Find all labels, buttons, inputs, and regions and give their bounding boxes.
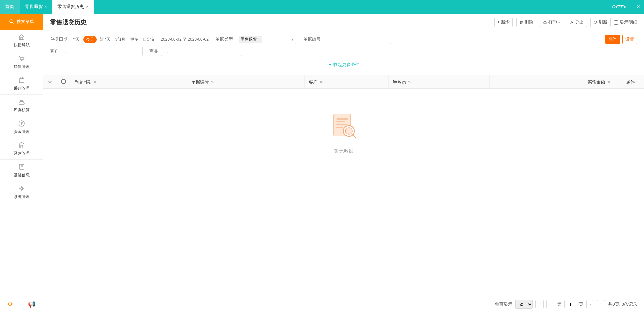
query-settings-group: 查询 设置 bbox=[605, 35, 637, 44]
page-input-prefix: 第 bbox=[557, 301, 562, 307]
empty-state: 暂无数据 bbox=[43, 89, 644, 175]
tab-home-label: 首页 bbox=[5, 4, 14, 10]
customer-select[interactable]: … bbox=[62, 47, 143, 56]
tab-home[interactable]: 首页 bbox=[0, 0, 20, 14]
goods-label: 商品 bbox=[149, 48, 158, 54]
close-retail-return-history-tab[interactable]: × bbox=[86, 5, 88, 9]
sort-doc-num-icon[interactable]: ⇅ bbox=[211, 80, 214, 84]
svg-rect-21 bbox=[336, 124, 347, 125]
doc-num-input[interactable] bbox=[324, 35, 391, 44]
select-all-checkbox[interactable] bbox=[61, 79, 66, 84]
customer-placeholder: … bbox=[65, 49, 69, 54]
doc-type-select[interactable]: 零售退货 × ▾ bbox=[236, 35, 296, 44]
speaker-icon[interactable]: 📢 bbox=[28, 300, 35, 308]
date-range-display: 2023-06-02 至 2023-06-02 bbox=[161, 37, 208, 42]
refresh-button[interactable]: 刷新 bbox=[590, 18, 611, 27]
data-table: 单据日期 ⇅ 单据编号 ⇅ 客户 ⇅ bbox=[43, 75, 644, 89]
sidebar-item-operations[interactable]: 经营管理 bbox=[0, 138, 43, 160]
svg-point-3 bbox=[21, 60, 21, 61]
display-detail-toggle[interactable]: 显示明细 bbox=[614, 19, 637, 25]
date-7days[interactable]: 近7天 bbox=[99, 36, 112, 43]
content-area: 零售退货历史 + 新增 删除 打印 ▾ 导出 bbox=[43, 14, 644, 312]
first-page-button[interactable]: « bbox=[535, 300, 544, 308]
main-layout: 搜索菜单 快捷导航 销售管理 采购管理 库存核算 bbox=[0, 14, 644, 312]
svg-line-1 bbox=[13, 22, 14, 24]
date-1month[interactable]: 近1月 bbox=[114, 36, 127, 43]
window-close-button[interactable]: × bbox=[632, 3, 644, 10]
th-doc-date: 单据日期 ⇅ bbox=[70, 75, 187, 89]
th-customer: 客户 ⇅ bbox=[305, 75, 389, 89]
search-icon bbox=[9, 19, 15, 24]
purchase-icon bbox=[18, 76, 26, 84]
sidebar-item-quick-nav-label: 快捷导航 bbox=[14, 42, 30, 48]
export-button[interactable]: 导出 bbox=[567, 18, 587, 27]
sidebar-item-finance[interactable]: 资金管理 bbox=[0, 116, 43, 138]
sort-amount-icon[interactable]: ⇅ bbox=[607, 80, 610, 84]
query-button[interactable]: 查询 bbox=[605, 35, 620, 44]
settings-icon[interactable]: ⚙ bbox=[7, 300, 13, 308]
delete-icon bbox=[519, 20, 523, 24]
date-yesterday[interactable]: 昨天 bbox=[70, 36, 81, 43]
tab-retail-return[interactable]: 零售退货 × bbox=[20, 0, 52, 14]
page-input-suffix: 页 bbox=[579, 301, 583, 307]
sidebar-item-sales-mgmt[interactable]: 销售管理 bbox=[0, 51, 43, 73]
sidebar-item-operations-label: 经营管理 bbox=[14, 151, 30, 156]
sidebar-item-sales-label: 销售管理 bbox=[14, 64, 30, 70]
sidebar-item-basic-info[interactable]: 基础信息 bbox=[0, 160, 43, 181]
collapse-icon bbox=[328, 63, 332, 67]
page-number-input[interactable] bbox=[564, 300, 576, 308]
close-retail-return-tab[interactable]: × bbox=[45, 5, 47, 9]
collapse-row: 收起更多条件 bbox=[50, 59, 637, 72]
sort-customer-icon[interactable]: ⇅ bbox=[320, 80, 323, 84]
doc-type-tag-value: 零售退货 bbox=[241, 37, 257, 42]
tab-retail-return-history-label: 零售退货历史 bbox=[57, 4, 84, 10]
sort-guide-icon[interactable]: ⇅ bbox=[408, 80, 411, 84]
display-detail-checkbox[interactable] bbox=[614, 20, 618, 25]
add-button[interactable]: + 新增 bbox=[494, 18, 513, 27]
sidebar-item-basic-info-label: 基础信息 bbox=[14, 172, 30, 178]
sort-doc-date-icon[interactable]: ⇅ bbox=[94, 80, 96, 84]
doc-num-label: 单据编号 bbox=[303, 36, 321, 42]
doc-type-tag-close[interactable]: × bbox=[258, 37, 260, 41]
goods-filter-group: 商品 … bbox=[149, 47, 242, 56]
svg-point-4 bbox=[22, 60, 23, 61]
sidebar-item-inventory[interactable]: 库存核算 bbox=[0, 95, 43, 116]
page-actions: + 新增 删除 打印 ▾ 导出 bbox=[494, 18, 637, 27]
prev-page-button[interactable]: ‹ bbox=[546, 300, 554, 308]
sidebar-item-inventory-label: 库存核算 bbox=[14, 107, 30, 113]
svg-line-25 bbox=[353, 135, 356, 138]
page-size-select[interactable]: 50 10 20 100 bbox=[515, 300, 533, 309]
empty-text: 暂无数据 bbox=[334, 148, 353, 154]
date-custom[interactable]: 自定义 bbox=[142, 36, 157, 43]
doc-type-filter-group: 单据类型 零售退货 × ▾ bbox=[215, 35, 296, 44]
svg-point-17 bbox=[49, 81, 51, 82]
svg-point-0 bbox=[10, 20, 13, 23]
goods-select[interactable]: … bbox=[161, 47, 242, 56]
table-header-row: 单据日期 ⇅ 单据编号 ⇅ 客户 ⇅ bbox=[43, 75, 644, 89]
sidebar-item-quick-nav[interactable]: 快捷导航 bbox=[0, 30, 43, 51]
sidebar-search[interactable]: 搜索菜单 bbox=[0, 14, 43, 30]
settings-button[interactable]: 设置 bbox=[622, 35, 637, 44]
th-doc-num: 单据编号 ⇅ bbox=[187, 75, 304, 89]
collapse-button[interactable]: 收起更多条件 bbox=[323, 60, 365, 69]
print-button[interactable]: 打印 ▾ bbox=[540, 18, 563, 27]
customer-label: 客户 bbox=[50, 48, 59, 54]
date-today[interactable]: 今天 bbox=[83, 36, 97, 43]
delete-button[interactable]: 删除 bbox=[516, 18, 536, 27]
sidebar-search-label: 搜索菜单 bbox=[17, 19, 34, 25]
sidebar-item-purchase-mgmt[interactable]: 采购管理 bbox=[0, 73, 43, 95]
total-label: 共0页, 0条记录 bbox=[608, 301, 637, 307]
doc-type-arrow: ▾ bbox=[292, 38, 293, 41]
th-actions: 操作 bbox=[617, 75, 644, 89]
last-page-button[interactable]: » bbox=[597, 300, 605, 308]
column-settings-icon[interactable] bbox=[48, 79, 52, 84]
tab-retail-return-history[interactable]: 零售退货历史 × bbox=[52, 0, 93, 14]
date-more[interactable]: 更多 bbox=[129, 36, 140, 43]
next-page-button[interactable]: › bbox=[586, 300, 594, 308]
page-size-label: 每页显示 bbox=[495, 301, 512, 307]
sidebar-item-system[interactable]: 系统管理 bbox=[0, 181, 43, 203]
brand-text: OfTEn bbox=[612, 4, 627, 9]
svg-rect-22 bbox=[336, 127, 343, 128]
sidebar-item-purchase-label: 采购管理 bbox=[14, 86, 30, 91]
svg-rect-16 bbox=[544, 22, 546, 24]
